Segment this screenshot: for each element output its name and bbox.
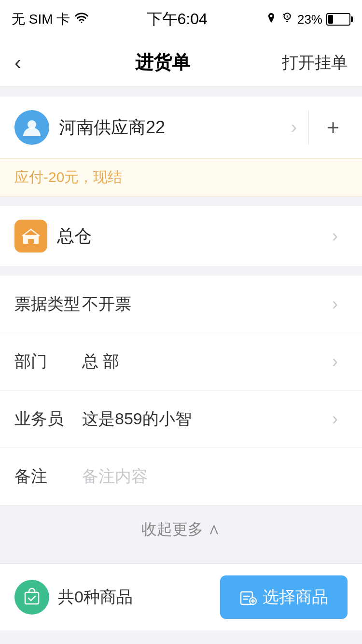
carrier-text: 无 SIM 卡 [12,10,70,28]
svg-rect-3 [28,239,34,244]
battery-icon [326,13,350,26]
product-bar: 共0种商品 选择商品 [0,563,362,630]
warehouse-card[interactable]: 总仓 › [0,206,362,266]
page-title: 进货单 [135,50,190,75]
nav-bar: ‹ 进货单 打开挂单 [0,39,362,87]
ticket-type-row[interactable]: 票据类型 不开票 › [0,276,362,333]
vertical-divider [308,111,309,144]
product-count: 共0种商品 [58,586,133,608]
svg-point-0 [81,22,82,23]
ticket-type-chevron-icon: › [332,294,338,314]
remark-label: 备注 [14,465,82,488]
salesperson-chevron-icon: › [332,409,338,429]
department-value: 总 部 [82,350,332,373]
salesperson-label: 业务员 [14,408,82,430]
open-pending-button[interactable]: 打开挂单 [282,52,348,74]
status-right: 23% [265,12,350,28]
section-gap-1 [0,87,362,97]
add-supplier-button[interactable]: + [319,113,348,142]
svg-rect-4 [25,592,39,604]
department-row[interactable]: 部门 总 部 › [0,333,362,390]
form-card: 票据类型 不开票 › 部门 总 部 › 业务员 这是859的小智 › 备注 备注… [0,276,362,554]
salesperson-row[interactable]: 业务员 这是859的小智 › [0,390,362,448]
product-left: 共0种商品 [14,580,133,615]
remark-input[interactable]: 备注内容 [82,465,348,488]
status-time: 下午6:04 [147,9,208,30]
battery-percentage: 23% [297,12,322,27]
supplier-name: 河南供应商22 [59,116,165,140]
ticket-type-label: 票据类型 [14,293,82,315]
warehouse-icon [14,220,47,252]
location-icon [265,12,277,27]
supplier-info: 河南供应商22 [14,110,291,145]
select-product-button[interactable]: 选择商品 [220,575,348,619]
ticket-type-value: 不开票 [82,293,332,315]
department-label: 部门 [14,350,82,373]
supplier-card: 河南供应商22 › + 应付-20元，现结 [0,97,362,196]
back-button[interactable]: ‹ [14,51,43,74]
section-gap-2 [0,196,362,206]
supplier-chevron-icon: › [291,117,297,138]
supplier-notice: 应付-20元，现结 [0,158,362,196]
product-icon [14,580,49,615]
salesperson-value: 这是859的小智 [82,408,332,430]
supplier-row[interactable]: 河南供应商22 › + [0,97,362,158]
wifi-icon [75,11,88,28]
department-chevron-icon: › [332,351,338,372]
collapse-button[interactable]: 收起更多 ∧ [0,505,362,554]
alarm-icon [281,12,293,28]
supplier-avatar [14,110,49,145]
warehouse-row[interactable]: 总仓 › [0,206,362,266]
select-product-label: 选择商品 [263,586,328,608]
warehouse-chevron-icon: › [332,226,338,246]
remark-row[interactable]: 备注 备注内容 [0,448,362,505]
section-gap-3 [0,266,362,276]
warehouse-name: 总仓 [57,224,332,248]
status-left: 无 SIM 卡 [12,10,88,28]
status-bar: 无 SIM 卡 下午6:04 23% [0,0,362,39]
select-product-icon [239,588,257,606]
